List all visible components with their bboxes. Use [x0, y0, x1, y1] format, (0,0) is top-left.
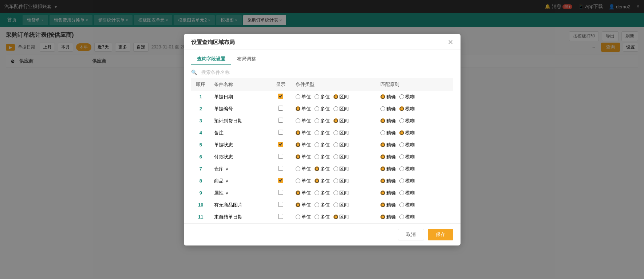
show-checkbox-6[interactable]: [278, 166, 283, 171]
tab-layout-adjust[interactable]: 布局调整: [231, 54, 262, 65]
type-option-多值[interactable]: 多值: [315, 202, 330, 208]
cell-order: 4: [191, 127, 211, 139]
match-option-精确[interactable]: 精确: [380, 94, 396, 100]
table-row: 2单据编号单值多值区间精确模糊: [191, 103, 453, 115]
match-option-模糊[interactable]: 模糊: [399, 202, 415, 208]
cell-type: 单值多值区间: [292, 151, 377, 163]
type-option-单值[interactable]: 单值: [296, 106, 311, 112]
cell-name: 商品 ∨: [210, 175, 270, 187]
show-checkbox-8[interactable]: [278, 190, 283, 195]
show-checkbox-9[interactable]: [278, 202, 283, 207]
type-option-区间[interactable]: 区间: [333, 178, 349, 184]
match-option-精确[interactable]: 精确: [380, 214, 396, 220]
match-option-精确[interactable]: 精确: [380, 106, 396, 112]
table-row: 10有无商品图片单值多值区间精确模糊: [191, 199, 453, 211]
match-option-精确[interactable]: 精确: [380, 130, 396, 136]
cell-name: 单据状态: [210, 139, 270, 151]
cell-type: 单值多值区间: [292, 127, 377, 139]
match-option-模糊[interactable]: 模糊: [399, 166, 415, 172]
type-option-单值[interactable]: 单值: [296, 94, 311, 100]
match-option-模糊[interactable]: 模糊: [399, 154, 415, 160]
table-row: 7仓库 ∨单值多值区间精确模糊: [191, 163, 453, 175]
type-option-单值[interactable]: 单值: [296, 142, 311, 148]
type-option-单值[interactable]: 单值: [296, 154, 311, 160]
show-checkbox-4[interactable]: [278, 142, 283, 147]
type-option-多值[interactable]: 多值: [315, 118, 330, 124]
match-option-模糊[interactable]: 模糊: [399, 130, 415, 136]
match-option-精确[interactable]: 精确: [380, 202, 396, 208]
type-option-单值[interactable]: 单值: [296, 130, 311, 136]
type-option-区间[interactable]: 区间: [333, 166, 349, 172]
conditions-table: 顺序 条件名称 显示 条件类型 匹配原则 1单据日期单值多值区间精确模糊2单据编…: [191, 78, 453, 223]
cell-order: 8: [191, 175, 211, 187]
cell-show: [270, 127, 292, 139]
cell-name: 仓库 ∨: [210, 163, 270, 175]
show-checkbox-0[interactable]: [278, 94, 283, 99]
type-option-多值[interactable]: 多值: [315, 142, 330, 148]
cancel-button[interactable]: 取消: [398, 229, 424, 240]
show-checkbox-10[interactable]: [278, 214, 283, 219]
type-option-多值[interactable]: 多值: [315, 190, 330, 196]
type-option-单值[interactable]: 单值: [296, 214, 311, 220]
match-option-模糊[interactable]: 模糊: [399, 106, 415, 112]
match-option-精确[interactable]: 精确: [380, 154, 396, 160]
type-option-多值[interactable]: 多值: [315, 154, 330, 160]
cell-match: 精确模糊: [377, 151, 453, 163]
dialog-title: 设置查询区域布局: [191, 39, 235, 46]
match-option-模糊[interactable]: 模糊: [399, 142, 415, 148]
type-option-多值[interactable]: 多值: [315, 178, 330, 184]
type-option-区间[interactable]: 区间: [333, 94, 349, 100]
type-option-区间[interactable]: 区间: [333, 202, 349, 208]
cell-name: 单据日期: [210, 91, 270, 103]
match-option-精确[interactable]: 精确: [380, 142, 396, 148]
tab-query-fields[interactable]: 查询字段设置: [191, 54, 231, 65]
type-option-多值[interactable]: 多值: [315, 94, 330, 100]
match-option-模糊[interactable]: 模糊: [399, 118, 415, 124]
type-option-单值[interactable]: 单值: [296, 202, 311, 208]
cell-type: 单值多值区间: [292, 163, 377, 175]
type-option-多值[interactable]: 多值: [315, 130, 330, 136]
type-option-多值[interactable]: 多值: [315, 166, 330, 172]
cell-show: [270, 91, 292, 103]
type-option-单值[interactable]: 单值: [296, 118, 311, 124]
cell-show: [270, 199, 292, 211]
type-option-区间[interactable]: 区间: [333, 118, 349, 124]
cell-name: 有无商品图片: [210, 199, 270, 211]
match-option-精确[interactable]: 精确: [380, 190, 396, 196]
show-checkbox-1[interactable]: [278, 106, 283, 111]
show-checkbox-2[interactable]: [278, 118, 283, 123]
type-option-单值[interactable]: 单值: [296, 190, 311, 196]
type-option-多值[interactable]: 多值: [315, 106, 330, 112]
type-option-区间[interactable]: 区间: [333, 142, 349, 148]
cell-show: [270, 211, 292, 223]
match-option-精确[interactable]: 精确: [380, 166, 396, 172]
type-option-区间[interactable]: 区间: [333, 106, 349, 112]
table-row: 1单据日期单值多值区间精确模糊: [191, 91, 453, 103]
type-option-区间[interactable]: 区间: [333, 214, 349, 220]
table-row: 9属性 ∨单值多值区间精确模糊: [191, 187, 453, 199]
match-option-模糊[interactable]: 模糊: [399, 190, 415, 196]
cell-match: 精确模糊: [377, 115, 453, 127]
match-option-模糊[interactable]: 模糊: [399, 214, 415, 220]
cell-order: 10: [191, 199, 211, 211]
type-option-区间[interactable]: 区间: [333, 190, 349, 196]
type-option-区间[interactable]: 区间: [333, 154, 349, 160]
show-checkbox-3[interactable]: [278, 130, 283, 135]
save-button[interactable]: 保存: [428, 229, 453, 240]
search-input[interactable]: [199, 69, 265, 76]
match-option-模糊[interactable]: 模糊: [399, 94, 415, 100]
match-option-模糊[interactable]: 模糊: [399, 178, 415, 184]
type-option-多值[interactable]: 多值: [315, 214, 330, 220]
cell-match: 精确模糊: [377, 103, 453, 115]
cell-match: 精确模糊: [377, 139, 453, 151]
type-option-单值[interactable]: 单值: [296, 166, 311, 172]
type-option-区间[interactable]: 区间: [333, 130, 349, 136]
dialog-close-button[interactable]: ✕: [448, 39, 453, 46]
cell-match: 精确模糊: [377, 187, 453, 199]
match-option-精确[interactable]: 精确: [380, 178, 396, 184]
show-checkbox-5[interactable]: [278, 154, 283, 159]
show-checkbox-7[interactable]: [278, 178, 283, 183]
match-option-精确[interactable]: 精确: [380, 118, 396, 124]
dialog-tabs: 查询字段设置 布局调整: [184, 50, 461, 65]
type-option-单值[interactable]: 单值: [296, 178, 311, 184]
